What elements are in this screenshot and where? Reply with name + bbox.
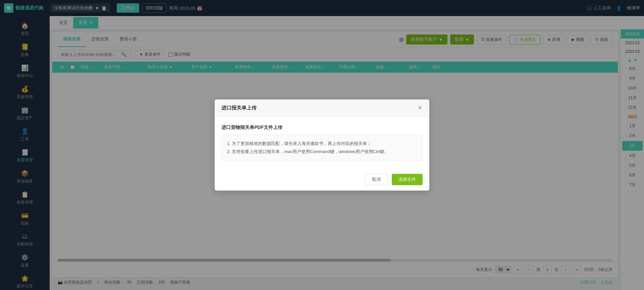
select-file-button[interactable]: 选择文件	[392, 174, 423, 185]
modal-footer: 取消 选择文件	[215, 168, 429, 191]
modal-info-item-1: 2. 支持批量上传进口报关单，mac用户使用Command键，windows用户…	[227, 148, 417, 155]
import-customs-modal: 进口报关单上传 ✕ 进口货物报关单PDF文件上传 1. 为了更加精准的数据匹配，…	[215, 99, 429, 191]
modal-info-box: 1. 为了更加精准的数据匹配，请先录入海关缴款书，再上传对应的报关单； 2. 支…	[221, 135, 423, 160]
modal-header: 进口报关单上传 ✕	[215, 99, 429, 117]
modal-overlay[interactable]: 进口报关单上传 ✕ 进口货物报关单PDF文件上传 1. 为了更加精准的数据匹配，…	[0, 0, 644, 290]
cancel-button[interactable]: 取消	[365, 174, 388, 185]
modal-close-button[interactable]: ✕	[418, 104, 423, 112]
modal-info-item-0: 1. 为了更加精准的数据匹配，请先录入海关缴款书，再上传对应的报关单；	[227, 140, 417, 147]
modal-body: 进口货物报关单PDF文件上传 1. 为了更加精准的数据匹配，请先录入海关缴款书，…	[215, 117, 429, 168]
modal-section-title: 进口货物报关单PDF文件上传	[221, 125, 423, 131]
modal-title: 进口报关单上传	[221, 105, 257, 111]
